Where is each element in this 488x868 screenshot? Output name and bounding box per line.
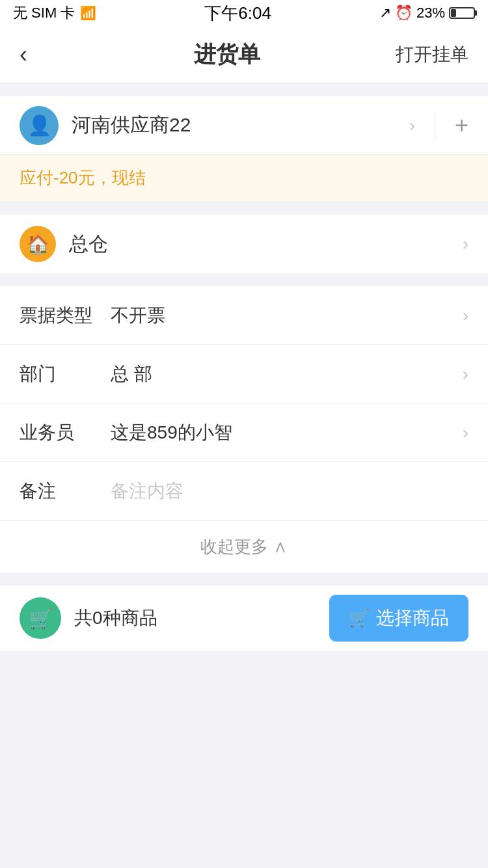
- wifi-icon: 📶: [80, 5, 96, 21]
- remark-input[interactable]: 备注内容: [111, 479, 468, 504]
- invoice-chevron-icon: ›: [463, 305, 468, 326]
- notice-banner: 应付-20元，现结: [0, 155, 488, 202]
- nav-bar: ‹ 进货单 打开挂单: [0, 26, 488, 83]
- back-button[interactable]: ‹: [20, 41, 59, 68]
- open-pending-button[interactable]: 打开挂单: [396, 42, 468, 67]
- department-chevron-icon: ›: [463, 364, 468, 385]
- collapse-label: 收起更多 ∧: [200, 536, 287, 558]
- select-btn-label: 选择商品: [376, 606, 449, 631]
- supplier-name: 河南供应商22: [72, 112, 409, 139]
- supplier-chevron-icon: ›: [409, 115, 415, 136]
- product-bar: 🛒 共0种商品 🛒 选择商品: [0, 586, 488, 651]
- battery-percent: 23%: [416, 5, 445, 21]
- status-right: ↗ ⏰ 23%: [379, 5, 475, 21]
- department-row[interactable]: 部门 总 部 ›: [0, 345, 488, 403]
- salesperson-chevron-icon: ›: [463, 422, 468, 443]
- form-section: 票据类型 不开票 › 部门 总 部 › 业务员 这是859的小智 › 备注 备注…: [0, 286, 488, 573]
- battery-icon: [449, 7, 475, 19]
- department-label: 部门: [20, 362, 98, 387]
- status-bar: 无 SIM 卡 📶 下午6:04 ↗ ⏰ 23%: [0, 0, 488, 26]
- notice-text: 应付-20元，现结: [20, 168, 146, 187]
- product-count: 共0种商品: [74, 606, 329, 631]
- supplier-divider: [435, 113, 435, 139]
- invoice-label: 票据类型: [20, 303, 98, 328]
- warehouse-chevron-icon: ›: [463, 234, 468, 254]
- warehouse-name: 总仓: [69, 231, 463, 258]
- supplier-avatar: 👤: [20, 106, 59, 145]
- salesperson-row[interactable]: 业务员 这是859的小智 ›: [0, 403, 488, 462]
- page-title: 进货单: [194, 40, 260, 70]
- warehouse-section: 🏠 总仓 ›: [0, 215, 488, 273]
- select-product-button[interactable]: 🛒 选择商品: [329, 595, 468, 642]
- remark-label: 备注: [20, 479, 98, 504]
- remark-row[interactable]: 备注 备注内容: [0, 462, 488, 521]
- cart-icon: 🛒: [29, 607, 53, 630]
- add-supplier-button[interactable]: +: [455, 112, 468, 139]
- supplier-right: › +: [409, 112, 468, 139]
- select-btn-icon: 🛒: [349, 608, 370, 629]
- salesperson-label: 业务员: [20, 420, 98, 445]
- salesperson-value: 这是859的小智: [111, 420, 463, 445]
- sim-label: 无 SIM 卡: [13, 3, 75, 23]
- warehouse-row[interactable]: 🏠 总仓 ›: [0, 215, 488, 273]
- warehouse-home-icon: 🏠: [27, 234, 49, 255]
- status-left: 无 SIM 卡 📶: [13, 3, 96, 23]
- product-icon: 🛒: [20, 597, 61, 639]
- bottom-area: [0, 651, 488, 846]
- invoice-value: 不开票: [111, 303, 463, 328]
- department-value: 总 部: [111, 362, 463, 387]
- supplier-section: 👤 河南供应商22 › + 应付-20元，现结: [0, 96, 488, 202]
- alarm-icon: ⏰: [395, 5, 413, 21]
- collapse-button[interactable]: 收起更多 ∧: [0, 521, 488, 573]
- location-icon: ↗: [379, 5, 391, 21]
- status-time: 下午6:04: [204, 2, 271, 25]
- section-gap-1: [0, 83, 488, 96]
- section-gap-2: [0, 202, 488, 215]
- invoice-row[interactable]: 票据类型 不开票 ›: [0, 286, 488, 345]
- warehouse-icon: 🏠: [20, 226, 56, 262]
- supplier-row[interactable]: 👤 河南供应商22 › +: [0, 96, 488, 155]
- avatar-icon: 👤: [27, 114, 51, 137]
